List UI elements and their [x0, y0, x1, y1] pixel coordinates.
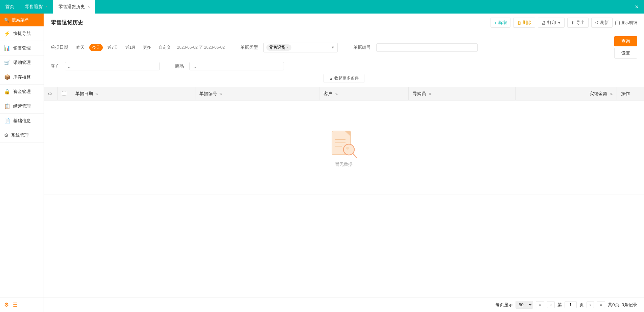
- refresh-button[interactable]: ↺ 刷新: [591, 18, 613, 28]
- pagination: 每页显示 50 10 20 100 « ‹ 第 页 › » 共0页, 0条记录: [44, 297, 644, 312]
- number-input[interactable]: [376, 43, 478, 52]
- filter-row-1: 单据日期 昨天 今天 近7天 近1月 更多 自定义 2023-06-02 至 2…: [51, 36, 637, 59]
- menu-icon[interactable]: ☰: [13, 302, 18, 308]
- pagination-summary: 共0页, 0条记录: [608, 302, 637, 308]
- date-option-yesterday[interactable]: 昨天: [74, 44, 87, 51]
- tab-retail-return-history[interactable]: 零售退货历史 ×: [53, 0, 95, 14]
- last-page-button[interactable]: »: [597, 301, 605, 308]
- sidebar: 🔍 搜索菜单 ⚡ 快捷导航 📊 销售管理 🛒 采购管理 📦 库存核算 🔒 资金管…: [0, 14, 44, 312]
- basic-info-icon: 📄: [4, 118, 10, 124]
- main-layout: 🔍 搜索菜单 ⚡ 快捷导航 📊 销售管理 🛒 采购管理 📦 库存核算 🔒 资金管…: [0, 14, 644, 312]
- th-number[interactable]: 单据编号 ⇅: [195, 87, 319, 101]
- window-close-button[interactable]: ×: [629, 3, 644, 10]
- export-label: 导出: [576, 20, 585, 26]
- date-option-more[interactable]: 更多: [140, 44, 154, 51]
- date-options: 昨天 今天 近7天 近1月 更多 自定义 2023-06-02 至 2023-0…: [74, 44, 225, 51]
- sidebar-item-quick-nav[interactable]: ⚡ 快捷导航: [0, 26, 44, 41]
- per-page-select[interactable]: 50 10 20 100: [516, 301, 533, 309]
- date-option-custom[interactable]: 自定义: [156, 44, 173, 51]
- type-select[interactable]: 零售退货 × ▼: [263, 43, 338, 52]
- tab-home-label: 首页: [5, 4, 14, 10]
- purchase-mgmt-icon: 🛒: [4, 60, 10, 66]
- th-amount[interactable]: 实销金额 ⇅: [516, 87, 617, 101]
- query-button[interactable]: 查询: [614, 36, 637, 46]
- page-unit: 页: [579, 302, 584, 308]
- sidebar-item-inventory-check[interactable]: 📦 库存核算: [0, 70, 44, 85]
- sidebar-item-sales-mgmt[interactable]: 📊 销售管理: [0, 41, 44, 55]
- refresh-label: 刷新: [600, 20, 609, 26]
- sidebar-item-purchase-mgmt-label: 采购管理: [13, 60, 31, 66]
- settings-icon[interactable]: ⚙: [4, 302, 9, 308]
- inventory-check-icon: 📦: [4, 74, 10, 80]
- tab-retail-return-label: 零售退货: [25, 4, 43, 10]
- th-date[interactable]: 单据日期 ⇅: [71, 87, 195, 101]
- page-label: 第: [557, 302, 562, 308]
- th-settings: ⚙: [44, 87, 57, 101]
- refresh-icon: ↺: [595, 20, 599, 25]
- table-container: ⚙ 单据日期 ⇅ 单据编号 ⇅: [44, 87, 644, 297]
- tab-home[interactable]: 首页: [0, 0, 20, 14]
- tab-retail-return[interactable]: 零售退货 ×: [20, 0, 53, 14]
- tab-retail-return-history-close[interactable]: ×: [88, 4, 90, 9]
- filter-row-2: 客户 商品: [51, 62, 637, 70]
- customer-input[interactable]: [65, 62, 160, 70]
- type-tag-close[interactable]: ×: [287, 45, 289, 49]
- th-number-label: 单据编号: [199, 91, 217, 96]
- date-sort-icon: ⇅: [95, 92, 98, 96]
- goods-input[interactable]: [189, 62, 284, 70]
- tab-retail-return-close[interactable]: ×: [45, 4, 48, 9]
- set-button[interactable]: 设置: [614, 48, 637, 59]
- system-mgmt-icon: ⚙: [4, 132, 8, 138]
- export-icon: ⬆: [571, 20, 575, 25]
- empty-state: 暂无数据: [44, 101, 644, 195]
- sidebar-item-system-mgmt-label: 系统管理: [11, 132, 29, 138]
- filter-area: 单据日期 昨天 今天 近7天 近1月 更多 自定义 2023-06-02 至 2…: [44, 32, 644, 87]
- top-bar: 首页 零售退货 × 零售退货历史 × ×: [0, 0, 644, 14]
- export-button[interactable]: ⬆ 导出: [567, 18, 589, 28]
- delete-icon: 🗑: [517, 20, 521, 25]
- sidebar-item-system-mgmt[interactable]: ⚙ 系统管理: [0, 128, 44, 143]
- first-page-button[interactable]: «: [536, 301, 544, 308]
- date-option-1month[interactable]: 近1月: [123, 44, 139, 51]
- delete-button[interactable]: 🗑 删除: [513, 18, 535, 28]
- customer-label: 客户: [51, 63, 59, 69]
- date-option-7days[interactable]: 近7天: [105, 44, 121, 51]
- show-detail-label[interactable]: 显示明细: [615, 20, 637, 26]
- svg-line-6: [353, 154, 356, 157]
- page-title: 零售退货历史: [51, 19, 83, 26]
- guide-sort-icon: ⇅: [429, 92, 431, 96]
- search-icon: 🔍: [4, 18, 9, 23]
- add-label: 新增: [498, 20, 507, 26]
- sidebar-item-purchase-mgmt[interactable]: 🛒 采购管理: [0, 55, 44, 70]
- collapse-row: ▲ 收起更多条件: [51, 74, 637, 83]
- sidebar-bottom: ⚙ ☰: [0, 297, 44, 312]
- customer-sort-icon: ⇅: [335, 92, 338, 96]
- date-option-today[interactable]: 今天: [89, 44, 103, 51]
- prev-page-button[interactable]: ‹: [547, 301, 554, 308]
- query-btn-group: 查询 设置: [614, 36, 637, 59]
- page-input[interactable]: [565, 301, 577, 308]
- show-detail-text: 显示明细: [621, 20, 637, 26]
- sidebar-item-capital-mgmt[interactable]: 🔒 资金管理: [0, 85, 44, 99]
- add-button[interactable]: + 新增: [491, 18, 511, 28]
- sidebar-search[interactable]: 🔍 搜索菜单: [0, 14, 44, 26]
- next-page-button[interactable]: ›: [587, 301, 594, 308]
- data-table: ⚙ 单据日期 ⇅ 单据编号 ⇅: [44, 87, 644, 195]
- sidebar-item-biz-mgmt-label: 经营管理: [13, 103, 31, 109]
- sidebar-search-label: 搜索菜单: [11, 17, 29, 23]
- print-icon: 🖨: [542, 20, 546, 25]
- quick-nav-icon: ⚡: [4, 30, 10, 37]
- settings-icon[interactable]: ⚙: [48, 91, 52, 96]
- sidebar-item-basic-info[interactable]: 📄 基础信息: [0, 114, 44, 128]
- print-button[interactable]: 🖨 打印 ▼: [538, 18, 565, 28]
- sidebar-item-biz-mgmt[interactable]: 📋 经营管理: [0, 99, 44, 114]
- th-date-label: 单据日期: [75, 91, 93, 96]
- th-customer[interactable]: 客户 ⇅: [319, 87, 409, 101]
- show-detail-checkbox[interactable]: [615, 21, 620, 25]
- collapse-up-icon: ▲: [329, 76, 333, 81]
- collapse-button[interactable]: ▲ 收起更多条件: [324, 74, 365, 83]
- select-all-checkbox[interactable]: [62, 91, 66, 95]
- biz-mgmt-icon: 📋: [4, 103, 10, 109]
- th-guide[interactable]: 导购员 ⇅: [409, 87, 516, 101]
- th-amount-label: 实销金额: [590, 91, 607, 96]
